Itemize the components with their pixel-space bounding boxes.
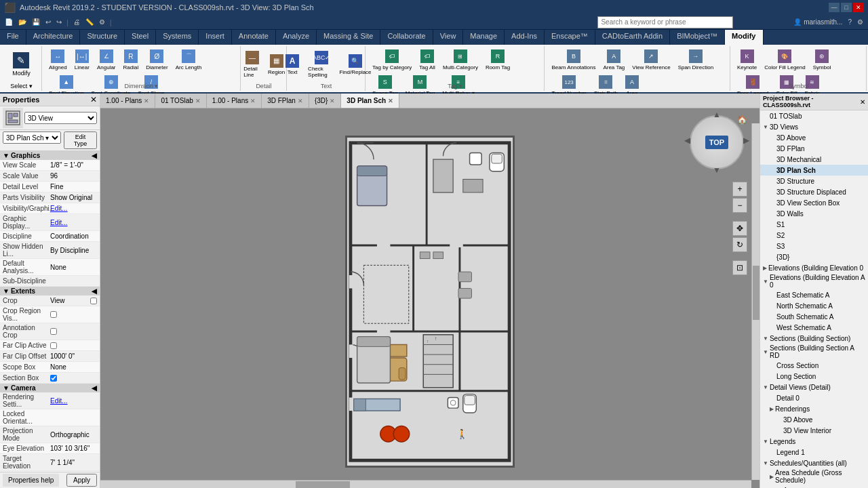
tree-item[interactable]: 3D Walls [760,208,868,219]
tree-item[interactable]: North Schematic A [760,300,868,311]
tab-file[interactable]: File [0,30,26,45]
tree-item[interactable]: Areas [760,485,868,488]
radial-btn[interactable]: R Radial [120,47,142,73]
vertical-scroll-thumb[interactable] [753,266,760,320]
vertical-scrollbar[interactable] [751,123,760,480]
vtab-3dplansch[interactable]: 3D Plan Sch ✕ [341,94,399,108]
angular-btn[interactable]: ∠ Angular [94,47,119,73]
tree-item[interactable]: ▼Schedules/Quantities (all) [760,458,868,468]
qa-print-btn[interactable]: 🖨 [71,16,82,28]
tab-view[interactable]: View [433,30,464,45]
zoom-out-btn[interactable]: − [732,198,747,213]
linear-btn[interactable]: |↔| Linear [71,47,93,73]
tab-systems[interactable]: Systems [156,30,199,45]
view-reference-btn[interactable]: ↗ View Reference [629,47,673,73]
pan-btn[interactable]: ✥ [732,221,747,236]
qa-redo-btn[interactable]: ↪ [54,16,64,28]
tab-modify[interactable]: Modify [725,30,763,45]
tab-massing[interactable]: Massing & Site [317,30,380,45]
extents-expand-icon[interactable]: ◀ [92,287,97,295]
annotation-crop-checkbox[interactable] [50,328,57,335]
tree-item[interactable]: ▼Elevations (Building Elevation A 0 [760,273,868,289]
vtab-plans-1[interactable]: 1.00 - Plans ✕ [100,94,155,108]
tree-item[interactable]: 3D Plan Sch [760,165,868,176]
crop-view-checkbox[interactable] [90,298,97,304]
vtab-close-toslab[interactable]: ✕ [195,98,201,104]
camera-expand-icon[interactable]: ◀ [92,384,97,392]
detail-line-btn[interactable]: — Detail Line [240,49,264,80]
tab-cadtoearth[interactable]: CADtoEarth Addin [595,30,670,45]
tab-structure[interactable]: Structure [80,30,125,45]
tree-item[interactable]: ▼Detail Views (Detail) [760,382,868,392]
tree-item[interactable]: ▼Legends [760,436,868,447]
tree-item[interactable]: 3D Structure Displaced [760,186,868,197]
tab-collaborate[interactable]: Collaborate [380,30,433,45]
tree-item[interactable]: 3D Above [760,414,868,425]
text-btn[interactable]: A Text [281,52,303,77]
far-clip-checkbox[interactable] [50,342,57,349]
tree-item[interactable]: 01 TOSlab [760,110,868,121]
tab-bimobject[interactable]: BIMobject™ [670,30,725,45]
tree-item[interactable]: South Schematic A [760,311,868,322]
vtab-3dfplan[interactable]: 3D FPlan ✕ [262,94,309,108]
vtab-toslab[interactable]: 01 TOSlab ✕ [155,94,206,108]
tree-item[interactable]: 3D View Interior [760,425,868,436]
horizontal-scroll-thumb[interactable] [296,481,350,488]
nav-left-arrow[interactable]: ◀ [684,136,690,145]
tree-item[interactable]: ▼3D Views [760,121,868,132]
tree-item[interactable]: Legend 1 [760,447,868,458]
tree-item[interactable]: ▼Sections (Building Section) [760,333,868,344]
project-browser-close[interactable]: ✕ [860,95,865,108]
search-input[interactable] [597,16,733,28]
tab-steel[interactable]: Steel [125,30,156,45]
qa-open-btn[interactable]: 📂 [16,16,28,28]
nav-right-arrow[interactable]: ▶ [743,136,749,145]
properties-close-btn[interactable]: ✕ [90,95,97,104]
view-type-select[interactable]: 3D View [24,112,97,124]
span-direction-btn[interactable]: → Span Direction [675,47,717,73]
tree-item[interactable]: S1 [760,219,868,230]
tree-item[interactable]: 3D Above [760,132,868,143]
orbit-btn[interactable]: ↻ [732,237,747,252]
tree-item[interactable]: West Schematic A [760,322,868,333]
vtab-close-3dfplan[interactable]: ✕ [298,98,303,104]
fit-view-btn[interactable]: ⊡ [732,260,747,275]
beam-annotations-btn[interactable]: B Beam Annotations [548,47,599,73]
nav-cube-top-face[interactable]: TOP [705,136,728,149]
area-tag-btn[interactable]: A Area Tag [599,47,628,73]
arc-length-btn[interactable]: ⌒ Arc Length [172,47,205,73]
tab-manage[interactable]: Manage [463,30,505,45]
graphics-section-header[interactable]: ▼ Graphics ◀ [0,151,100,160]
nav-down-arrow[interactable]: ▼ [713,165,721,175]
diameter-btn[interactable]: Ø Diameter [142,47,171,73]
crop-region-checkbox[interactable] [50,311,57,318]
color-fill-legend-btn[interactable]: 🎨 Color Fill Legend [761,47,808,73]
vtab-close-plans1[interactable]: ✕ [144,98,149,104]
tree-item[interactable]: ▼Sections (Building Section A RD [760,344,868,360]
qa-measure-btn[interactable]: 📏 [83,16,96,28]
select-dropdown[interactable]: Select ▾ [10,83,33,89]
extents-section-header[interactable]: ▼ Extents ◀ [0,287,100,296]
aligned-btn[interactable]: ↔ Aligned [45,47,71,73]
tag-all-btn[interactable]: 🏷 Tag All [416,47,439,73]
navigation-cube[interactable]: TOP ◀ ▶ ▲ ▼ 🏠 [686,115,747,176]
symbol-btn[interactable]: ⊛ Symbol [810,47,835,73]
tag-by-category-btn[interactable]: 🏷 Tag by Category [369,47,415,73]
tab-analyze[interactable]: Analyze [276,30,317,45]
properties-help-btn[interactable]: Properties help [3,474,59,487]
nav-up-arrow[interactable]: ▲ [713,110,721,119]
tree-item[interactable]: Detail 0 [760,392,868,403]
view-name-select[interactable]: 3D Plan Sch ▾ [3,131,61,144]
check-spelling-btn[interactable]: ABC✓ Check Spelling [304,49,338,80]
tab-annotate[interactable]: Annotate [232,30,276,45]
camera-section-header[interactable]: ▼ Camera ◀ [0,384,100,392]
room-tag-btn[interactable]: R Room Tag [482,47,513,73]
floor-plan-area[interactable]: ↑ ↑ [100,108,760,488]
vtab-close-3dplansch[interactable]: ✕ [388,98,393,104]
nav-home-btn[interactable]: 🏠 [737,115,747,125]
user-btn[interactable]: 👤 mariasmith... [791,16,844,28]
close-btn[interactable]: ✕ [853,3,864,12]
nav-cube-circle[interactable]: TOP [690,115,744,169]
qa-settings-btn[interactable]: ⚙ [97,16,107,28]
multi-category-btn[interactable]: ⊞ Multi-Category [439,47,481,73]
